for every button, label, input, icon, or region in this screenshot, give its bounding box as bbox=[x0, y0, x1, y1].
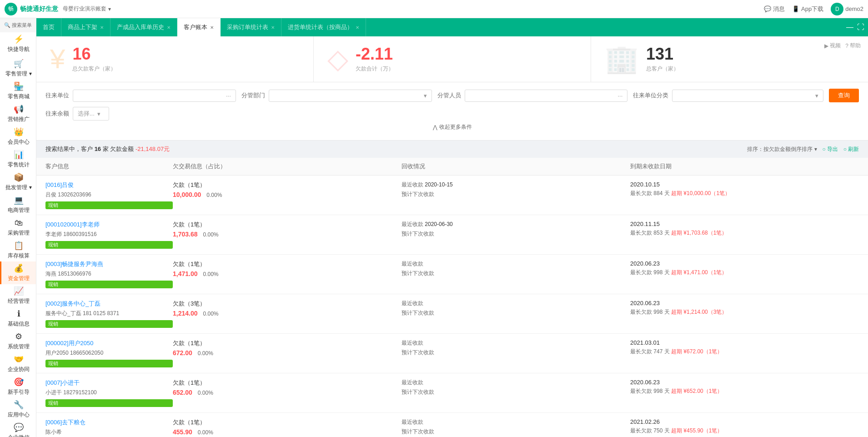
layout: 🔍 搜索菜单 ⚡ 快捷导航 🛒 零售管理 ▾ 🏪 零售商城 📢 营销推广 👑 会… bbox=[0, 18, 868, 437]
debt-percent-6: 0.00% bbox=[198, 429, 213, 436]
filter-row-1: 往来单位 ··· 分管部门 ▾ 分管人员 bbox=[45, 89, 859, 102]
recent-label-5: 最近收款 bbox=[401, 379, 630, 387]
username: demo2 bbox=[845, 5, 863, 12]
sidebar-item-basic-info[interactable]: ℹ 基础信息 bbox=[0, 307, 36, 330]
sidebar-item-purchase[interactable]: 🛍 采购管理 bbox=[0, 216, 36, 239]
tab-close-icon[interactable]: ✕ bbox=[356, 25, 359, 30]
overdue-link-2[interactable]: 超期 ¥1,471.00（1笔） bbox=[671, 269, 727, 276]
tab-close-icon[interactable]: ✕ bbox=[210, 25, 214, 30]
overdue-link-4[interactable]: 超期 ¥672.00（1笔） bbox=[671, 348, 722, 355]
tab-inbound-history[interactable]: 产成品入库单历史 ✕ bbox=[110, 18, 177, 36]
customer-name-2[interactable]: [0003]畅捷服务尹海燕 bbox=[45, 260, 173, 268]
sidebar-item-retail-management[interactable]: 🛒 零售管理 ▾ bbox=[0, 57, 36, 80]
refresh-button[interactable]: ○ 刷新 bbox=[843, 146, 859, 153]
app-download-button[interactable]: 📱 App下载 bbox=[792, 5, 823, 13]
overdue-link-5[interactable]: 超期 ¥652.00（1笔） bbox=[671, 388, 722, 394]
sidebar-item-app-center[interactable]: 🔧 应用中心 bbox=[0, 398, 36, 421]
debt-amount-0: 10,000.00 bbox=[173, 191, 201, 198]
table-row: [0001020001]李老师 李老师 18600391516 现销 欠款（1笔… bbox=[36, 215, 868, 255]
tab-home-label: 首页 bbox=[43, 23, 55, 31]
filter-balance-value: 选择... bbox=[78, 110, 95, 118]
overdue-info-6: 2021.02.26 最长欠款 750 天 超期 ¥455.90（1笔） bbox=[630, 418, 859, 435]
sidebar-item-system[interactable]: ⚙ 系统管理 bbox=[0, 330, 36, 352]
top-bar-left: 畅 畅捷通好生意 母婴行业演示账套 ▾ bbox=[5, 3, 111, 15]
tab-home[interactable]: 首页 bbox=[36, 18, 61, 36]
sidebar-item-guide[interactable]: 🎯 新手引导 bbox=[0, 375, 36, 398]
sidebar-item-member[interactable]: 👑 会员中心 bbox=[0, 125, 36, 148]
sidebar-item-retail-stats[interactable]: 📊 零售统计 bbox=[0, 148, 36, 171]
customer-name-0[interactable]: [0016]吕俊 bbox=[45, 181, 173, 189]
overdue-date-4: 2021.03.01 bbox=[630, 339, 859, 346]
recent-label-4: 最近收款 bbox=[401, 339, 630, 347]
customer-name-5[interactable]: [0007]小进干 bbox=[45, 379, 173, 387]
return-info-6: 最近收款 预计下次收款 bbox=[401, 418, 630, 436]
industry-selector[interactable]: 母婴行业演示账套 ▾ bbox=[63, 5, 111, 13]
table-row: [000002]用户2050 用户2050 18665062050 现销 欠款（… bbox=[36, 334, 868, 373]
message-button[interactable]: 💬 消息 bbox=[764, 5, 785, 13]
sidebar-item-retail-mall[interactable]: 🏪 零售商城 bbox=[0, 80, 36, 102]
sidebar-item-wechat[interactable]: 💬 企业微信 bbox=[0, 421, 36, 437]
sidebar-item-inventory[interactable]: 📋 库存核算 bbox=[0, 239, 36, 261]
search-menu[interactable]: 🔍 搜索菜单 bbox=[0, 18, 36, 32]
recent-label-1: 最近收款 2020-06-30 bbox=[401, 221, 630, 228]
tab-minimize-icon[interactable]: — bbox=[846, 23, 853, 31]
filter-dept-select[interactable]: ▾ bbox=[269, 90, 432, 102]
member-icon: 👑 bbox=[14, 127, 24, 137]
customer-name-1[interactable]: [0001020001]李老师 bbox=[45, 221, 173, 229]
debt-row-2: 1,471.00 0.00% bbox=[173, 270, 401, 277]
top-bar-right: 💬 消息 📱 App下载 D demo2 bbox=[764, 3, 863, 15]
recent-label-2: 最近收款 bbox=[401, 260, 630, 268]
tab-product-listing[interactable]: 商品上下架 ✕ bbox=[61, 18, 110, 36]
customer-name-3[interactable]: [0002]服务中心_丁磊 bbox=[45, 300, 173, 308]
app-label: App下载 bbox=[801, 5, 823, 13]
sidebar-item-finance[interactable]: 💰 资金管理 bbox=[0, 261, 36, 284]
stat-building-icon: 🏢 bbox=[605, 45, 639, 73]
brand-name: 畅捷通好生意 bbox=[20, 5, 58, 13]
finance-icon: 💰 bbox=[14, 263, 24, 273]
user-profile[interactable]: D demo2 bbox=[831, 3, 863, 15]
overdue-link-1[interactable]: 超期 ¥1,703.68（1笔） bbox=[671, 230, 727, 236]
tab-controls: — ⛶ bbox=[843, 23, 868, 31]
video-link[interactable]: ▶ 视频 bbox=[824, 42, 841, 50]
sidebar-item-quick-nav[interactable]: ⚡ 快捷导航 bbox=[0, 32, 36, 55]
sort-selector[interactable]: 排序：按欠款金额倒序排序 ▾ bbox=[747, 146, 817, 153]
tab-bar: 首页 商品上下架 ✕ 产成品入库单历史 ✕ 客户账本 ✕ 采购订单统计表 ✕ 进… bbox=[36, 18, 868, 36]
tab-close-icon[interactable]: ✕ bbox=[271, 25, 275, 30]
debt-amount-1: 1,703.68 bbox=[173, 231, 198, 238]
customer-name-4[interactable]: [000002]用户2050 bbox=[45, 339, 173, 347]
sidebar-item-enterprise[interactable]: 🤝 企业协同 bbox=[0, 352, 36, 375]
tab-label: 采购订单统计表 bbox=[227, 23, 268, 31]
filter-supplier-input[interactable]: ··· bbox=[73, 90, 236, 102]
tab-close-icon[interactable]: ✕ bbox=[167, 25, 171, 30]
filter-balance-select[interactable]: 选择... ▾ bbox=[73, 107, 109, 121]
debt-amount-3: 1,214.00 bbox=[173, 310, 198, 317]
customer-phone-6: 陈小希 bbox=[45, 428, 173, 436]
customer-name-6[interactable]: [0006]去下粮仓 bbox=[45, 418, 173, 427]
export-button[interactable]: ○ 导出 bbox=[823, 146, 838, 153]
tab-inbound-stats[interactable]: 进货单统计表（按商品） ✕ bbox=[281, 18, 366, 36]
tab-close-icon[interactable]: ✕ bbox=[100, 25, 104, 30]
overdue-link-6[interactable]: 超期 ¥455.90（1笔） bbox=[671, 427, 722, 434]
sidebar-item-marketing[interactable]: 📢 营销推广 bbox=[0, 102, 36, 125]
debt-label-4: 欠款（1笔） bbox=[173, 339, 401, 347]
query-button[interactable]: 查询 bbox=[829, 89, 859, 102]
sidebar-item-label: 新手引导 bbox=[8, 388, 30, 396]
tab-customer-account[interactable]: 客户账本 ✕ bbox=[177, 18, 221, 36]
sidebar-item-wholesale[interactable]: 📦 批发管理 ▾ bbox=[0, 171, 36, 193]
filter-person-input[interactable]: ··· bbox=[465, 90, 628, 102]
overdue-link-3[interactable]: 超期 ¥1,214.00（3笔） bbox=[671, 309, 727, 315]
sidebar-item-operations[interactable]: 📈 经营管理 bbox=[0, 284, 36, 307]
result-actions: 排序：按欠款金额倒序排序 ▾ ○ 导出 ○ 刷新 bbox=[747, 146, 859, 153]
filter-cat-select[interactable]: ▾ bbox=[672, 90, 823, 102]
tab-maximize-icon[interactable]: ⛶ bbox=[857, 23, 864, 31]
debt-label-2: 欠款（1笔） bbox=[173, 260, 401, 268]
industry-label: 母婴行业演示账套 bbox=[63, 5, 106, 13]
overdue-link-0[interactable]: 超期 ¥10,000.00（1笔） bbox=[671, 190, 730, 196]
help-link[interactable]: ? 帮助 bbox=[845, 42, 861, 50]
debt-info-5: 欠款（1笔） 652.00 0.00% bbox=[173, 379, 401, 396]
tab-purchase-order-stats[interactable]: 采购订单统计表 ✕ bbox=[221, 18, 281, 36]
sidebar-item-label: 应用中心 bbox=[8, 411, 30, 419]
search-menu-label: 搜索菜单 bbox=[12, 22, 32, 29]
collapse-button[interactable]: ⋀ 收起更多条件 bbox=[45, 121, 859, 134]
sidebar-item-ecommerce[interactable]: 💻 电商管理 bbox=[0, 193, 36, 216]
